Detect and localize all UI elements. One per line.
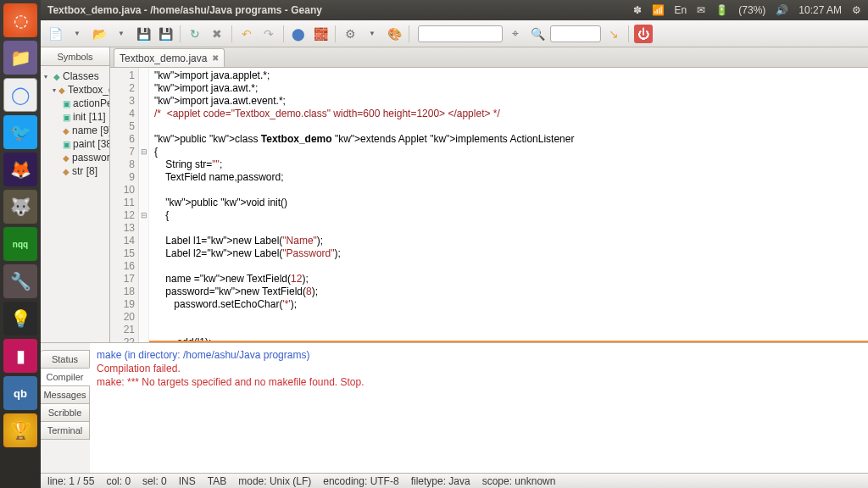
redo-button[interactable]: ↷ xyxy=(259,25,278,43)
firefox-icon[interactable]: 🦊 xyxy=(3,152,37,186)
separator xyxy=(628,25,629,42)
tree-label: init [11] xyxy=(73,111,106,123)
console-line: make (in directory: /home/ashu/Java prog… xyxy=(97,348,861,362)
main-window: Textbox_demo.java - /home/ashu/Java prog… xyxy=(41,0,868,488)
clock[interactable]: 10:27 AM xyxy=(798,4,842,16)
bottom-panel: Status Compiler Messages Scribble Termin… xyxy=(41,342,868,473)
run-button[interactable]: ⚙ xyxy=(341,25,359,43)
build-button[interactable]: 🧱 xyxy=(311,25,330,43)
tab-label: Textbox_demo.java xyxy=(120,53,207,64)
goto-button[interactable]: ⌖ xyxy=(506,25,525,43)
tree-label: password xyxy=(72,152,109,164)
close-button[interactable]: ✖ xyxy=(208,25,226,43)
file-tab[interactable]: Textbox_demo.java ✖ xyxy=(114,48,225,67)
status-sel: sel: 0 xyxy=(142,475,167,487)
status-col: col: 0 xyxy=(106,475,131,487)
color-picker-button[interactable]: 🎨 xyxy=(385,25,403,43)
nqq-icon[interactable]: nqq xyxy=(3,227,37,261)
console-line: make: *** No targets specified and no ma… xyxy=(97,375,861,389)
search-input[interactable] xyxy=(550,25,601,42)
symbols-sidebar: Symbols ▾◆Classes ▾◆Textbox_de ▣actionPe… xyxy=(41,47,110,342)
status-scope: scope: unknown xyxy=(482,475,556,487)
jump-button[interactable]: ↘ xyxy=(604,25,623,43)
tree-method[interactable]: ▣init [11] xyxy=(42,110,108,124)
tree-label: paint [38 xyxy=(73,138,109,150)
keyboard-indicator[interactable]: En xyxy=(675,4,687,16)
compiler-output[interactable]: make (in directory: /home/ashu/Java prog… xyxy=(90,343,868,473)
find-button[interactable]: 🔍 xyxy=(528,25,547,43)
status-encoding: encoding: UTF-8 xyxy=(323,475,398,487)
tree-field[interactable]: ◆str [8] xyxy=(42,164,108,178)
reload-button[interactable]: ↻ xyxy=(186,25,204,43)
chromium-icon[interactable]: ◯ xyxy=(3,78,37,112)
tree-field[interactable]: ◆password xyxy=(42,151,108,164)
save-all-button[interactable]: 💾 xyxy=(156,25,175,43)
dropdown-icon[interactable]: ▼ xyxy=(112,25,131,43)
volume-icon[interactable]: 🔊 xyxy=(776,4,788,16)
settings-tool-icon[interactable]: 🔧 xyxy=(3,264,37,298)
qbittorrent-icon[interactable]: qb xyxy=(3,376,37,410)
tree-method[interactable]: ▣paint [38 xyxy=(42,137,108,151)
quit-button[interactable]: ⏻ xyxy=(634,25,653,43)
separator xyxy=(283,25,284,42)
battery-icon[interactable]: 🔋 xyxy=(715,4,728,16)
dash-icon[interactable]: ◌ xyxy=(3,3,37,37)
editor-tabbar: Textbox_demo.java ✖ xyxy=(110,47,868,68)
tree-label: actionPer xyxy=(73,97,109,109)
messages-tab[interactable]: Messages xyxy=(41,385,90,404)
terminal-tab[interactable]: Terminal xyxy=(41,421,90,440)
tree-field[interactable]: ◆name [9] xyxy=(42,124,108,137)
editor-area: Textbox_demo.java ✖ 1 2 3 4 5 6 7 8 9 10… xyxy=(110,47,868,342)
open-button[interactable]: 📂 xyxy=(90,25,108,43)
status-filetype: filetype: Java xyxy=(411,475,470,487)
status-ins: INS xyxy=(179,475,196,487)
dropdown-icon[interactable]: ▼ xyxy=(363,25,381,43)
code-content[interactable]: "kw">import java.applet.*; "kw">import j… xyxy=(149,68,868,342)
dropdown-icon[interactable]: ▼ xyxy=(68,25,86,43)
status-line: line: 1 / 55 xyxy=(47,475,94,487)
symbol-tree[interactable]: ▾◆Classes ▾◆Textbox_de ▣actionPer ▣init … xyxy=(41,66,109,342)
unity-launcher: ◌ 📁 ◯ 🐦 🦊 🐺 nqq 🔧 💡 ▮ qb 🏆 xyxy=(0,0,41,488)
tree-label: Classes xyxy=(63,70,99,82)
twitter-icon[interactable]: 🐦 xyxy=(3,115,37,149)
gear-icon[interactable]: ⚙ xyxy=(852,4,861,16)
mail-icon[interactable]: ✉ xyxy=(697,4,705,16)
wifi-icon[interactable]: 📶 xyxy=(652,4,665,16)
files-icon[interactable]: 📁 xyxy=(3,41,37,75)
compile-button[interactable]: ⬤ xyxy=(289,25,308,43)
goto-line-input[interactable] xyxy=(418,25,503,42)
tree-method[interactable]: ▣actionPer xyxy=(42,97,108,110)
code-editor[interactable]: 1 2 3 4 5 6 7 8 9 10 11 12 13 14 15 16 1… xyxy=(110,68,868,342)
close-icon[interactable]: ✖ xyxy=(212,53,219,63)
trophy-icon[interactable]: 🏆 xyxy=(3,413,37,447)
line-numbers: 1 2 3 4 5 6 7 8 9 10 11 12 13 14 15 16 1… xyxy=(110,68,139,342)
tree-classes[interactable]: ▾◆Classes xyxy=(42,69,108,83)
toolbar: 📄 ▼ 📂 ▼ 💾 💾 ↻ ✖ ↶ ↷ ⬤ 🧱 ⚙ ▼ 🎨 ⌖ 🔍 ↘ ⏻ xyxy=(41,20,868,47)
gimp-icon[interactable]: 🐺 xyxy=(3,190,37,224)
tree-label: Textbox_de xyxy=(68,84,109,96)
symbols-tab[interactable]: Symbols xyxy=(41,47,109,66)
fold-column[interactable]: ⊟ ⊟ xyxy=(139,68,149,342)
console-line: Compilation failed. xyxy=(97,362,861,375)
separator xyxy=(335,25,336,42)
tree-class-item[interactable]: ▾◆Textbox_de xyxy=(42,83,108,97)
scribble-tab[interactable]: Scribble xyxy=(41,403,90,422)
separator xyxy=(409,25,409,42)
compiler-tab[interactable]: Compiler xyxy=(41,368,90,386)
status-mode: mode: Unix (LF) xyxy=(238,475,311,487)
status-tab: TAB xyxy=(208,475,226,487)
separator xyxy=(231,25,232,42)
content-area: Symbols ▾◆Classes ▾◆Textbox_de ▣actionPe… xyxy=(41,47,868,342)
status-tab[interactable]: Status xyxy=(41,350,90,369)
undo-button[interactable]: ↶ xyxy=(237,25,256,43)
new-file-button[interactable]: 📄 xyxy=(46,25,64,43)
separator xyxy=(180,25,181,42)
bluetooth-icon[interactable]: ✽ xyxy=(633,4,642,16)
tree-label: name [9] xyxy=(72,125,109,136)
save-button[interactable]: 💾 xyxy=(134,25,153,43)
bottom-tabs: Status Compiler Messages Scribble Termin… xyxy=(41,343,90,473)
tree-label: str [8] xyxy=(72,165,97,177)
statusbar: line: 1 / 55 col: 0 sel: 0 INS TAB mode:… xyxy=(41,473,868,488)
geany-icon[interactable]: 💡 xyxy=(3,302,37,336)
app-pink-icon[interactable]: ▮ xyxy=(3,339,37,373)
